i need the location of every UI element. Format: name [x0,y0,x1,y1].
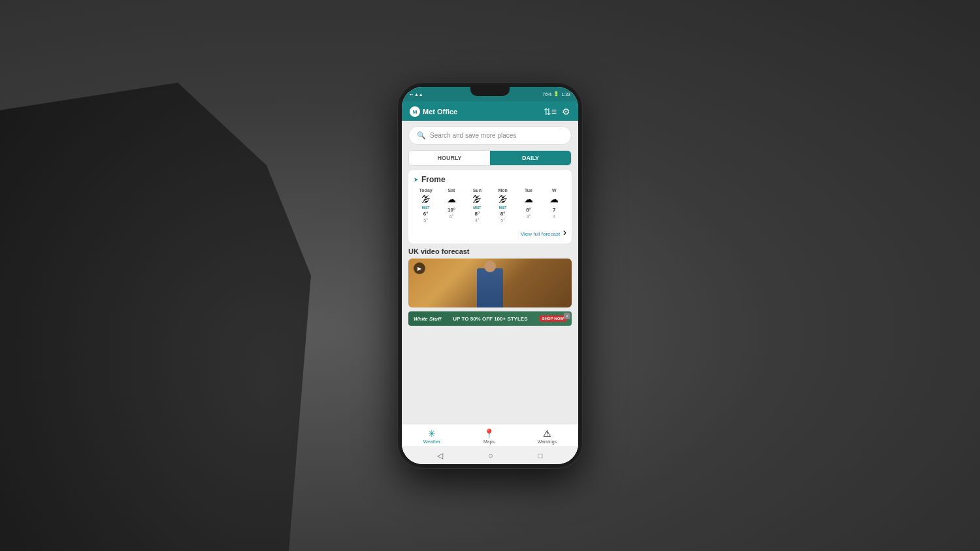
temp-high-today: 6° [423,211,429,217]
forecast-day-tue: Tue ☁ 8° 3° [516,188,540,223]
forecast-day-wed: W ☁ 7 4 [542,188,566,223]
view-forecast-anchor[interactable]: View full forecast [521,231,560,237]
temp-high-wed: 7 [553,207,555,213]
weather-icon-sat: ☁ [447,194,456,204]
search-bar[interactable]: 🔍 Search and save more places [408,126,572,145]
main-content: 🔍 Search and save more places HOURLY DAI… [402,121,578,464]
status-left-icons: ▪▪ ▲▲ [410,92,423,97]
app-title: Met Office [423,108,457,116]
weather-nav-label: Weather [423,439,440,444]
weather-nav-icon: ✳ [428,428,436,439]
ad-text: UP TO 50% OFF 100+ STYLES [453,316,527,322]
weather-icon-tue: ☁ [524,194,533,204]
location-arrow-icon: ➤ [414,176,419,183]
day-label-mon: Mon [498,188,507,193]
ad-cta-button[interactable]: SHOP NOW [540,315,566,322]
location-header: ➤ Frome [414,175,566,184]
settings-icon[interactable]: ⚙ [562,106,570,117]
maps-nav-label: Maps [483,439,495,444]
phone-device: ▪▪ ▲▲ 76% 🔋 1:33 M Met Office ⇅≡ ⚙ [398,83,582,468]
android-recent-button[interactable]: □ [538,451,542,460]
temp-low-sun: 4° [475,218,480,223]
forecast-day-mon: Mon 🌫 MIST 8° 5° [491,188,515,223]
sort-icon[interactable]: ⇅≡ [544,106,557,117]
temp-low-today: 5° [423,218,428,223]
day-label-wed: W [552,188,557,193]
android-home-button[interactable]: ○ [488,451,493,460]
android-nav-bar: ◁ ○ □ [402,447,578,464]
bottom-nav: ✳ Weather 📍 Maps ⚠ Warnings [402,424,578,447]
android-back-button[interactable]: ◁ [437,451,443,460]
video-section-title: UK video forecast [408,247,572,255]
weather-icon-wed: ☁ [549,194,559,204]
warnings-nav-icon: ⚠ [543,428,551,439]
ad-close-button[interactable]: × [564,313,570,319]
temp-low-wed: 4 [553,214,555,219]
battery-icon: 🔋 [553,91,559,97]
video-presenter-figure [477,268,503,307]
play-button[interactable]: ▶ [414,262,425,274]
battery-percent: 76% [542,92,551,97]
logo-icon: M [410,106,420,117]
nav-maps[interactable]: 📍 Maps [483,428,495,444]
hand-background [0,0,444,551]
day-label-sun: Sun [473,188,482,193]
warnings-nav-label: Warnings [538,439,557,444]
day-label-sat: Sat [448,188,455,193]
temp-high-tue: 8° [526,207,531,213]
forecast-tabs: HOURLY DAILY [408,150,572,166]
ad-banner[interactable]: White Stuff UP TO 50% OFF 100+ STYLES SH… [408,311,572,326]
forecast-day-sat: Sat ☁ 10° 6° [439,188,463,223]
app-header: M Met Office ⇅≡ ⚙ [402,101,578,121]
tab-daily[interactable]: DAILY [490,151,571,165]
forecast-grid: Today 🌫 MIST 6° 5° Sat ☁ 10° 6° [414,188,566,223]
phone-screen: ▪▪ ▲▲ 76% 🔋 1:33 M Met Office ⇅≡ ⚙ [402,87,578,464]
forecast-day-sun: Sun 🌫 MIST 8° 4° [465,188,489,223]
forecast-day-today: Today 🌫 MIST 6° 5° [414,188,438,223]
search-icon: 🔍 [417,131,426,140]
maps-nav-icon: 📍 [483,428,495,439]
day-label-today: Today [419,188,433,193]
nav-weather[interactable]: ✳ Weather [423,428,440,444]
temp-high-mon: 8° [500,211,506,217]
phone-wrapper: ▪▪ ▲▲ 76% 🔋 1:33 M Met Office ⇅≡ ⚙ [398,83,582,468]
location-name: Frome [421,175,446,184]
temp-low-mon: 5° [500,218,505,223]
temp-low-sat: 6° [449,214,454,219]
video-section: UK video forecast ▶ [408,247,572,307]
header-icons: ⇅≡ ⚙ [544,106,570,117]
ad-brand-logo: White Stuff [414,316,441,322]
weather-icon-mon: 🌫 [498,194,508,204]
tab-hourly[interactable]: HOURLY [409,151,490,165]
condition-sun: MIST [473,206,481,210]
search-placeholder: Search and save more places [430,132,516,139]
video-thumbnail[interactable]: ▶ [408,259,572,307]
status-right-info: 76% 🔋 1:33 [542,91,570,97]
temp-high-sat: 10° [448,207,455,213]
condition-mon: MIST [499,206,507,210]
nav-warnings[interactable]: ⚠ Warnings [538,428,557,444]
app-logo: M Met Office [410,106,457,117]
phone-notch [470,87,510,96]
condition-today: MIST [422,206,430,210]
temp-low-tue: 3° [527,214,531,219]
weather-icon-today: 🌫 [421,194,431,204]
day-label-tue: Tue [525,188,532,193]
clock: 1:33 [561,92,570,97]
temp-high-sun: 8° [474,211,480,217]
weather-card: ➤ Frome Today 🌫 MIST 6° 5° Sat [408,170,572,244]
signal-icon: ▪▪ ▲▲ [410,92,423,97]
weather-icon-sun: 🌫 [472,194,482,204]
view-forecast-link[interactable]: View full forecast › [414,227,566,238]
